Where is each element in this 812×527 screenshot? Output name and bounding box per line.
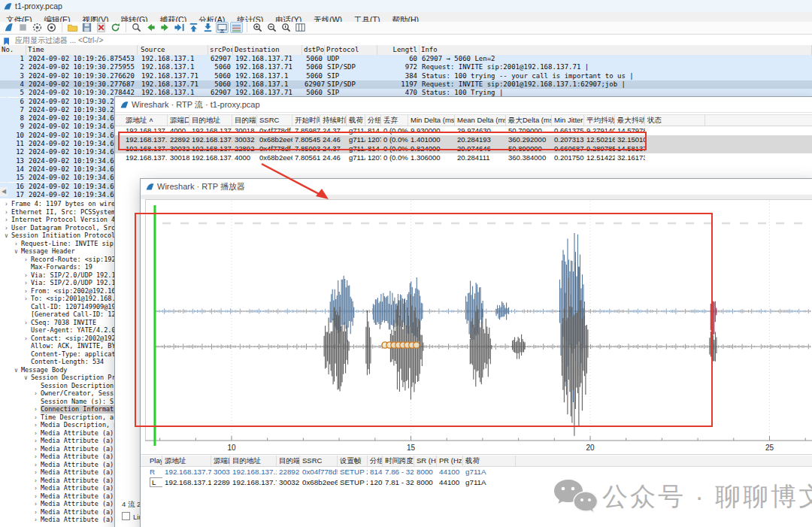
tree-row[interactable]: ∨Message Body bbox=[14, 366, 114, 374]
zoom-original-button[interactable] bbox=[280, 22, 292, 33]
close-file-button[interactable] bbox=[95, 22, 108, 33]
go-to-top-button[interactable] bbox=[187, 22, 200, 33]
tree-row[interactable]: ›Request-Line: INVITE sip:2001 bbox=[14, 240, 114, 248]
column-header-no[interactable]: No. bbox=[0, 45, 26, 55]
player-column-header-8[interactable]: 时间跨度 (s) bbox=[383, 456, 414, 466]
tree-row[interactable]: ›Via: SIP/2.0/UDP 192.168.1 bbox=[24, 271, 114, 280]
streams-column-header-8[interactable]: 分组 bbox=[365, 115, 381, 126]
tree-row[interactable]: ›Frame 4: 1197 bytes on wire (957 bbox=[5, 200, 114, 208]
streams-column-header-10[interactable]: Min Delta (ms) bbox=[408, 115, 455, 126]
streams-column-header-16[interactable]: 状态 bbox=[645, 115, 705, 126]
player-stream-row[interactable]: R192.168.137.7130032192.168.137.1228920x… bbox=[141, 467, 812, 477]
reload-file-button[interactable] bbox=[109, 22, 122, 33]
streams-column-header-14[interactable]: 平均抖动 bbox=[584, 115, 615, 126]
tree-row[interactable]: Max-Forwards: 19 bbox=[24, 263, 114, 271]
tree-row[interactable]: ›Media Attribute (a): fm bbox=[34, 484, 114, 492]
packet-row[interactable]: 12024-09-02 10:19:26.875453192.168.137.1… bbox=[0, 55, 812, 63]
streams-column-header-12[interactable]: 最大Delta (ms) bbox=[506, 115, 552, 126]
player-column-header-7[interactable]: 分组 bbox=[368, 456, 383, 466]
player-cell-play[interactable]: L bbox=[147, 477, 162, 488]
tree-row[interactable]: [Generated Call-ID: 120714 bbox=[24, 310, 114, 319]
go-forward-button[interactable] bbox=[159, 22, 171, 33]
column-header-protocol[interactable]: Protocol bbox=[325, 45, 377, 55]
colorize-button[interactable] bbox=[230, 22, 243, 33]
streams-column-header-5[interactable]: 开始时间 bbox=[292, 115, 320, 126]
tree-row[interactable]: ›From: <sip:2002@192.168.13 bbox=[24, 287, 114, 295]
streams-column-header-4[interactable]: SSRC bbox=[257, 115, 292, 126]
player-column-header-1[interactable]: 源地址 bbox=[162, 456, 211, 466]
tree-row[interactable]: ›Media Attribute (a): rt bbox=[34, 492, 114, 501]
streams-column-header-1[interactable]: 源端口 bbox=[168, 115, 189, 126]
go-back-button[interactable] bbox=[144, 22, 157, 33]
column-header-time[interactable]: Time bbox=[26, 45, 138, 55]
tree-row[interactable]: Session Name (s): SIP C bbox=[34, 398, 114, 406]
tree-row[interactable]: Call-ID: 1207149909@192.16 bbox=[24, 303, 114, 311]
zoom-in-button[interactable] bbox=[251, 22, 264, 33]
tree-row[interactable]: Session Description Pro bbox=[34, 382, 114, 390]
streams-column-header-3[interactable]: 目的端口 bbox=[232, 115, 257, 126]
column-header-dstport[interactable]: dstPort bbox=[302, 45, 325, 55]
tree-row[interactable]: ›Time Description, activ bbox=[34, 413, 114, 422]
zoom-out-button[interactable] bbox=[265, 22, 278, 33]
rtp-stream-row[interactable]: 192.168.137.14000192.168.137.71300180x4f… bbox=[115, 126, 812, 135]
tree-expander-icon[interactable]: ∨ bbox=[5, 232, 11, 241]
tree-row[interactable]: ›Media Attribute (a): rt bbox=[34, 461, 114, 469]
column-header-srcport[interactable]: srcPort bbox=[208, 45, 233, 55]
streams-column-header-15[interactable]: 最大抖动 bbox=[615, 115, 645, 126]
player-column-header-5[interactable]: SSRC bbox=[300, 456, 338, 466]
find-packet-button[interactable] bbox=[130, 22, 143, 33]
tree-row[interactable]: ›Owner/Creator, Session bbox=[34, 389, 114, 398]
streams-column-header-9[interactable]: 丢弃 bbox=[381, 115, 408, 126]
rtp-stream-row[interactable]: 192.168.137.122892192.168.137.71300320x6… bbox=[115, 135, 812, 144]
player-column-header-4[interactable]: 目的端口 bbox=[277, 456, 300, 466]
tree-row[interactable]: Content-Length: 534 bbox=[24, 358, 114, 366]
tree-row[interactable]: ›Media Attribute (a): rt bbox=[34, 500, 114, 508]
tree-row[interactable]: ∨Message Header bbox=[14, 247, 114, 256]
tree-row[interactable]: User-Agent: YATE/4.2.0 bbox=[24, 326, 114, 335]
save-file-button[interactable] bbox=[80, 22, 93, 33]
tree-row[interactable]: Content-Type: application/ bbox=[24, 350, 114, 359]
tree-row[interactable]: ›Connection Information bbox=[34, 405, 114, 413]
tree-expander-icon[interactable]: ∨ bbox=[14, 248, 21, 256]
player-column-header-3[interactable]: 目的地址 bbox=[230, 456, 277, 466]
display-filter-input[interactable] bbox=[14, 35, 806, 46]
rtp-stream-row[interactable]: 192.168.137.7130032192.168.137.1228920x4… bbox=[115, 144, 812, 153]
waveform-plot[interactable]: 10152025 bbox=[145, 199, 812, 455]
rtp-streams-title-bar[interactable]: Wireshark · RTP 流 · t1-proxy.pcap bbox=[115, 97, 812, 113]
packet-row[interactable]: 42024-09-02 10:19:30.277687192.168.137.7… bbox=[0, 80, 812, 89]
player-column-header-9[interactable]: SR (Hz) bbox=[414, 456, 437, 466]
column-header-dest[interactable]: Destination bbox=[233, 45, 302, 55]
tree-expander-icon[interactable]: › bbox=[34, 516, 41, 525]
tree-row[interactable]: ›User Datagram Protocol, Src Port bbox=[5, 224, 114, 232]
packet-row[interactable]: 22024-09-02 10:19:30.275955192.168.137.1… bbox=[0, 63, 812, 71]
tree-row[interactable]: ›Contact: <sip:2002@192.168 bbox=[24, 335, 114, 343]
column-header-source[interactable]: Source bbox=[139, 45, 208, 55]
capture-options-button[interactable] bbox=[31, 22, 44, 33]
player-column-header-0[interactable]: Play bbox=[147, 456, 162, 466]
streams-column-header-7[interactable]: 载荷 bbox=[347, 115, 365, 126]
player-stream-row[interactable]: L192.168.137.122892192.168.137.71300320x… bbox=[141, 477, 812, 488]
go-to-bottom-button[interactable] bbox=[201, 22, 214, 33]
player-column-header-6[interactable]: 设置帧 bbox=[338, 456, 368, 466]
tree-row[interactable]: ›Media Attribute (a): rt bbox=[34, 477, 114, 485]
play-channel-selector[interactable]: L bbox=[150, 477, 162, 487]
player-column-header-2[interactable]: 源端口 bbox=[211, 456, 230, 466]
shark-fin-button[interactable] bbox=[2, 22, 15, 33]
player-column-header-10[interactable]: PR (Hz) bbox=[437, 456, 463, 466]
limit-to-filter-checkbox[interactable] bbox=[122, 512, 130, 520]
tree-row[interactable]: ›Via: SIP/2.0/UDP 192.168.1 bbox=[24, 279, 114, 287]
streams-column-header-13[interactable]: Min Jitter bbox=[552, 115, 584, 126]
go-to-packet-button[interactable] bbox=[173, 22, 186, 33]
streams-column-header-11[interactable]: Mean Delta (ms) bbox=[455, 115, 506, 126]
tree-row[interactable]: ›CSeq: 7038 INVITE bbox=[24, 319, 114, 327]
auto-scroll-button[interactable] bbox=[216, 22, 229, 33]
packet-list-hscroll-left-arrow[interactable]: ◀ bbox=[0, 187, 8, 196]
streams-column-header-6[interactable]: 持续时间 bbox=[320, 115, 347, 126]
rtp-stream-row[interactable]: 192.168.137.7130018192.168.137.140000x68… bbox=[115, 153, 812, 162]
stop-capture-button[interactable] bbox=[17, 22, 29, 33]
tree-row[interactable]: ›Media Attribute (a): rt bbox=[34, 437, 114, 445]
tree-row[interactable]: ›Media Attribute (a): rt bbox=[34, 453, 114, 461]
rtp-player-title-bar[interactable]: Wireshark · RTP 播放器 bbox=[141, 179, 812, 195]
tree-expander-icon[interactable]: ∨ bbox=[14, 367, 21, 375]
player-cell-play[interactable]: R bbox=[147, 467, 162, 477]
